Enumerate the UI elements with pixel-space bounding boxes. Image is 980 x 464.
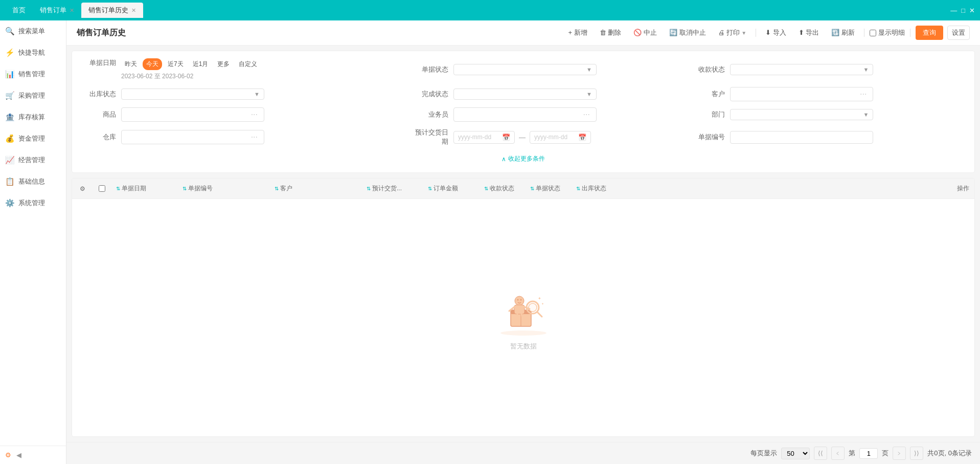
filter-row-3: 商品 ··· 业务员 ··· 部门 [80,107,966,122]
print-chevron-icon: ▼ [741,30,746,36]
delete-button[interactable]: 🗑 删除 [596,26,626,39]
sidebar-collapse-icon[interactable]: ◀ [16,451,21,459]
sidebar-item-system-mgmt[interactable]: ⚙️ 系统管理 [0,192,66,214]
complete-status-chevron: ▼ [586,91,592,97]
customer-select[interactable]: ··· [730,87,873,101]
sidebar-item-label: 销售管理 [18,70,45,79]
delivery-date-label: 预计交货日期 [413,128,453,146]
sort-icon-delivery-status[interactable]: ⇅ [576,186,580,191]
sort-icon-pay-status[interactable]: ⇅ [484,186,488,191]
refresh-button[interactable]: 🔃 刷新 [827,26,859,39]
department-select[interactable]: ▼ [730,109,873,120]
delivery-date-start[interactable]: yyyy-mm-dd 📅 [453,131,515,144]
date-btn-7days[interactable]: 近7天 [164,58,187,70]
date-btn-1month[interactable]: 近1月 [189,58,212,70]
salesperson-dots[interactable]: ··· [581,110,592,119]
new-button[interactable]: + 新增 [564,26,591,39]
date-btn-more[interactable]: 更多 [214,58,233,70]
content-area: 销售订单历史 + 新增 🗑 删除 🚫 中止 🔄 取消中止 🖨 打印 ▼ [66,20,980,464]
order-no-input[interactable] [730,131,873,144]
tab-sales-order-history[interactable]: 销售订单历史 ✕ [81,3,143,18]
prev-page-button[interactable]: ﹤ [831,447,845,460]
th-date: ⇅ 单据日期 [111,184,177,193]
sidebar-item-operations[interactable]: 📈 经营管理 [0,149,66,171]
order-no-label: 单据编号 [689,132,730,142]
filter-area: 单据日期 昨天 今天 近7天 近1月 更多 自定义 2023-06-02 至 2… [72,51,975,173]
inventory-icon: 🏦 [5,113,14,122]
customer-label: 客户 [689,90,730,99]
search-menu-icon: 🔍 [5,27,14,36]
svg-text:✦: ✦ [541,302,544,305]
sort-icon-amount[interactable]: ⇅ [428,186,432,191]
cancel-stop-button[interactable]: 🔄 取消中止 [665,26,710,39]
next-page-button[interactable]: ﹥ [893,447,906,460]
page-title: 销售订单历史 [77,28,126,38]
pay-status-select[interactable]: ▼ [730,64,873,75]
select-all-checkbox[interactable] [99,185,105,192]
sidebar-item-finance[interactable]: 💰 资金管理 [0,128,66,149]
display-detail-checkbox[interactable] [870,30,876,36]
sort-icon-date[interactable]: ⇅ [116,186,120,191]
customer-dots[interactable]: ··· [858,90,869,99]
product-select[interactable]: ··· [121,107,264,122]
sidebar-item-quick-nav[interactable]: ⚡ 快捷导航 [0,42,66,63]
sidebar-item-sales-mgmt[interactable]: 📊 销售管理 [0,63,66,85]
query-button[interactable]: 查询 [916,26,943,40]
sort-icon-customer[interactable]: ⇅ [275,186,279,191]
sidebar-item-basic-info[interactable]: 📋 基础信息 [0,171,66,192]
complete-status-select[interactable]: ▼ [453,89,597,100]
date-btn-yesterday[interactable]: 昨天 [121,58,141,70]
page-size-select[interactable]: 50 10 20 100 [781,448,810,459]
calendar-start-icon: 📅 [502,134,510,141]
salesperson-select[interactable]: ··· [453,107,597,122]
tab-home[interactable]: 首页 [5,3,33,18]
delivery-status-select[interactable]: ▼ [121,89,264,100]
table-header: ⚙ ⇅ 单据日期 ⇅ 单据编号 ⇅ 客户 ⇅ [72,179,974,199]
close-tab-history[interactable]: ✕ [131,7,136,14]
sidebar: 🔍 搜索菜单 ⚡ 快捷导航 📊 销售管理 🛒 采购管理 🏦 库存核算 💰 资金管… [0,20,66,464]
last-page-button[interactable]: ⟩⟩ [910,447,923,460]
th-check[interactable] [93,185,111,192]
window-minimize[interactable]: — [950,7,957,14]
display-detail-toggle[interactable]: 显示明细 [870,28,905,37]
pagination-bar: 每页显示 50 10 20 100 ⟨⟨ ﹤ 第 页 ﹥ ⟩⟩ 共0页, 0条记… [66,442,980,464]
sidebar-item-search-menu[interactable]: 🔍 搜索菜单 [0,20,66,42]
settings-button[interactable]: 设置 [947,26,970,40]
tab-sales-order[interactable]: 销售订单 ✕ [33,3,81,18]
collapse-button[interactable]: ∧ 收起更多条件 [80,152,966,165]
sort-icon-order-status[interactable]: ⇅ [530,186,534,191]
date-btn-today[interactable]: 今天 [143,58,162,70]
page-input[interactable] [859,448,878,459]
sidebar-item-label: 快捷导航 [18,48,45,57]
export-button[interactable]: ⬆ 导出 [794,26,824,39]
delivery-status-label: 出库状态 [80,90,121,99]
delivery-status-chevron: ▼ [254,91,260,97]
window-maximize[interactable]: □ [961,7,965,14]
print-button[interactable]: 🖨 打印 ▼ [714,26,751,39]
sales-mgmt-icon: 📊 [5,70,14,79]
th-settings[interactable]: ⚙ [72,185,93,192]
first-page-button[interactable]: ⟨⟨ [814,447,827,460]
settings-gear-icon[interactable]: ⚙ [80,185,85,192]
system-mgmt-icon: ⚙️ [5,198,14,208]
close-tab-sales-order[interactable]: ✕ [70,7,74,14]
stop-button[interactable]: 🚫 中止 [629,26,661,39]
window-close[interactable]: ✕ [969,7,975,14]
svg-rect-8 [514,305,525,314]
th-amount: ⇅ 订单金额 [423,184,479,193]
import-button[interactable]: ⬇ 导入 [761,26,790,39]
sort-icon-delivery[interactable]: ⇅ [367,186,371,191]
product-dots[interactable]: ··· [249,110,260,119]
th-order-status: ⇅ 单据状态 [525,184,571,193]
sidebar-item-purchase-mgmt[interactable]: 🛒 采购管理 [0,85,66,106]
sort-icon-order-no[interactable]: ⇅ [183,186,187,191]
warehouse-dots[interactable]: ··· [249,132,260,142]
date-btn-custom[interactable]: 自定义 [235,58,261,70]
warehouse-select[interactable]: ··· [121,130,264,144]
sidebar-item-inventory[interactable]: 🏦 库存核算 [0,106,66,128]
order-status-select[interactable]: ▼ [453,64,597,75]
sidebar-settings-icon[interactable]: ⚙ [5,451,11,459]
delivery-date-end[interactable]: yyyy-mm-dd 📅 [530,131,591,144]
empty-illustration: ✦ ✦ [493,284,554,336]
finance-icon: 💰 [5,134,14,143]
